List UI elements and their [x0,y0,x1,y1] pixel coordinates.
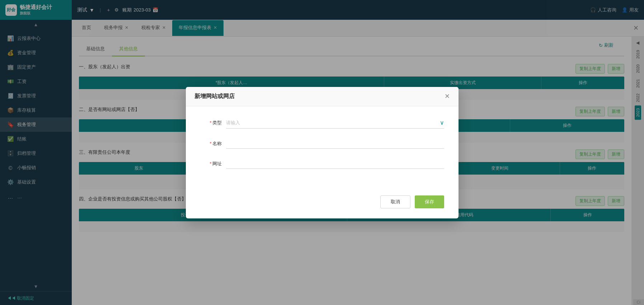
modal-body: *类型 ∨ *名称 *网址 [186,106,459,190]
modal-add-website: 新增网站或网店 ✕ *类型 ∨ *名称 [186,87,459,218]
type-label: *类型 [200,120,222,126]
modal-title: 新增网站或网店 [194,93,235,100]
modal-footer: 取消 保存 [186,190,459,218]
url-required-star: * [210,161,211,166]
type-input[interactable] [226,120,440,125]
name-required-star: * [210,141,211,146]
form-field-type: *类型 ∨ [200,117,444,129]
modal-overlay: 新增网站或网店 ✕ *类型 ∨ *名称 [0,0,644,305]
url-label: *网址 [200,161,222,167]
type-input-wrapper[interactable]: ∨ [226,117,444,129]
form-field-url: *网址 [200,159,444,169]
save-button[interactable]: 保存 [415,195,444,208]
name-input-wrapper[interactable] [226,139,444,149]
url-input[interactable] [226,161,444,166]
type-required-star: * [210,120,211,125]
url-input-wrapper[interactable] [226,159,444,169]
modal-header: 新增网站或网店 ✕ [186,87,459,106]
type-dropdown-arrow: ∨ [440,119,444,126]
name-label: *名称 [200,140,222,147]
modal-close-button[interactable]: ✕ [445,93,450,100]
cancel-button[interactable]: 取消 [380,195,410,208]
name-input[interactable] [226,141,444,146]
form-field-name: *名称 [200,139,444,149]
